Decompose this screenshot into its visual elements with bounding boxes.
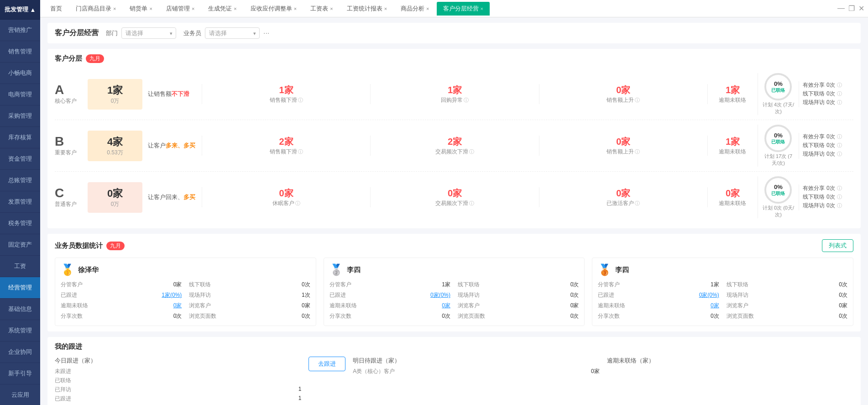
sidebar-collapse-icon[interactable]: ▲ [30, 6, 36, 13]
tab-工资表[interactable]: 工资表× [304, 2, 339, 16]
window-restore-icon[interactable]: ❐ [848, 4, 855, 13]
tier-count-block[interactable]: 4家0.53万 [88, 131, 142, 161]
stat-info-icon[interactable]: ⓘ [298, 148, 303, 155]
tab-close-icon[interactable]: × [294, 6, 297, 11]
sidebar-item-营销推广[interactable]: 营销推广 [0, 20, 40, 41]
tier-row-B: B重要客户4家0.53万让客户多来、多买2家销售额下滑 ⓘ2家交易频次下滑 ⓘ0… [55, 120, 853, 172]
main-area: 首页门店商品目录×销货单×店铺管理×生成凭证×应收应付调整单×工资表×工资统计报… [40, 0, 868, 405]
tier-stat[interactable]: 2家销售额下滑 ⓘ [202, 136, 370, 156]
tab-close-icon[interactable]: × [192, 6, 194, 11]
window-minimize-icon[interactable]: — [837, 4, 845, 13]
tab-店铺管理[interactable]: 店铺管理× [160, 2, 201, 16]
right-stat-info-icon[interactable]: ⓘ [837, 194, 842, 200]
tab-商品分析[interactable]: 商品分析× [394, 2, 435, 16]
right-stat-info-icon[interactable]: ⓘ [837, 185, 842, 192]
staff-stat-value[interactable]: 0家 [711, 302, 719, 310]
staff-stat-row: 已跟进 1家(0%) [61, 291, 182, 299]
tier-count-sub: 0万 [95, 97, 135, 105]
staff-stat-row: 分管客户 1家 [598, 281, 719, 289]
tab-工资统计报表[interactable]: 工资统计报表× [340, 2, 393, 16]
sidebar-item-经营管理[interactable]: 经营管理 [0, 277, 40, 299]
tier-stat[interactable]: 0家休眠客户 ⓘ [202, 187, 370, 207]
staff-stat-value[interactable]: 0家(0%) [430, 291, 450, 299]
tier-stat[interactable]: 0家交易频次下滑 ⓘ [370, 187, 539, 207]
staff-name: 徐泽华 [78, 266, 99, 274]
tab-close-icon[interactable]: × [149, 6, 152, 11]
tab-bar: 首页门店商品目录×销货单×店铺管理×生成凭证×应收应付调整单×工资表×工资统计报… [40, 0, 868, 17]
window-close-icon[interactable]: ✕ [858, 4, 864, 13]
sidebar-item-系统管理[interactable]: 系统管理 [0, 320, 40, 342]
sidebar-item-税务管理[interactable]: 税务管理 [0, 213, 40, 234]
tab-close-icon[interactable]: × [481, 6, 483, 11]
sidebar-item-固定资产[interactable]: 固定资产 [0, 234, 40, 256]
tier-stat-num: 2家 [279, 136, 293, 148]
tab-close-icon[interactable]: × [330, 6, 333, 11]
right-stat-info-icon[interactable]: ⓘ [837, 82, 842, 89]
sidebar-item-采购管理[interactable]: 采购管理 [0, 105, 40, 127]
staff-select[interactable]: 请选择 [205, 27, 260, 39]
sidebar-item-资金管理[interactable]: 资金管理 [0, 148, 40, 170]
staff-stat-value: 0家 [570, 302, 579, 310]
tier-stat[interactable]: 0家已激活客户 ⓘ [539, 187, 707, 207]
tab-首页[interactable]: 首页 [44, 2, 68, 16]
stat-info-icon[interactable]: ⓘ [635, 97, 640, 104]
sidebar-item-电商管理[interactable]: 电商管理 [0, 84, 40, 105]
right-stat-info-icon[interactable]: ⓘ [837, 151, 842, 158]
tier-stat[interactable]: 1家回购异常 ⓘ [370, 84, 539, 104]
tier-contact[interactable]: 1家逾期未联络 [707, 84, 758, 104]
right-stat-info-icon[interactable]: ⓘ [837, 142, 842, 149]
sidebar-item-新手引导[interactable]: 新手引导 [0, 363, 40, 384]
tomorrow-val: 0家 [591, 368, 600, 375]
sidebar-item-发票管理[interactable]: 发票管理 [0, 191, 40, 213]
sidebar-item-云应用[interactable]: 云应用 [0, 384, 40, 405]
tier-count-block[interactable]: 1家0万 [88, 79, 142, 110]
sidebar-header[interactable]: 批发管理 ▲ [0, 0, 40, 20]
stat-info-icon[interactable]: ⓘ [464, 97, 469, 104]
tab-生成凭证[interactable]: 生成凭证× [202, 2, 243, 16]
more-filters-icon[interactable]: ··· [263, 29, 269, 37]
staff-stat-value[interactable]: 0家 [442, 302, 450, 310]
tab-close-icon[interactable]: × [426, 6, 429, 11]
stat-info-icon[interactable]: ⓘ [469, 200, 474, 207]
staff-stat-row: 线下联络 0次 [189, 281, 310, 289]
stat-info-icon[interactable]: ⓘ [298, 97, 303, 104]
fl3: 已拜访 [55, 386, 71, 394]
right-stat-info-icon[interactable]: ⓘ [837, 133, 842, 140]
right-stat-info-icon[interactable]: ⓘ [837, 90, 842, 97]
staff-stat-label: 浏览客户 [189, 302, 211, 310]
stat-info-icon[interactable]: ⓘ [469, 148, 474, 155]
go-followup-button[interactable]: 去跟进 [309, 357, 345, 371]
stat-info-icon[interactable]: ⓘ [635, 148, 640, 155]
tab-销货单[interactable]: 销货单× [123, 2, 158, 16]
staff-stat-value[interactable]: 1家(0%) [162, 291, 182, 299]
sidebar-item-工资[interactable]: 工资 [0, 256, 40, 277]
staff-stat-value[interactable]: 0家(0%) [699, 291, 719, 299]
right-stat-info-icon[interactable]: ⓘ [837, 202, 842, 209]
sidebar-item-企业协同[interactable]: 企业协同 [0, 342, 40, 363]
tab-close-icon[interactable]: × [234, 6, 236, 11]
tab-应收应付调整单[interactable]: 应收应付调整单× [244, 2, 303, 16]
tier-contact[interactable]: 1家逾期未联络 [707, 136, 758, 156]
tier-count-block[interactable]: 0家0万 [88, 182, 142, 213]
tier-stat[interactable]: 0家销售额上升 ⓘ [539, 136, 707, 156]
dept-select[interactable]: 请选择 [121, 27, 176, 39]
sidebar-item-库存核算[interactable]: 库存核算 [0, 127, 40, 148]
tab-close-icon[interactable]: × [113, 6, 116, 11]
sidebar-item-基础信息[interactable]: 基础信息 [0, 299, 40, 320]
stat-info-icon[interactable]: ⓘ [295, 200, 300, 207]
tab-close-icon[interactable]: × [384, 6, 387, 11]
right-stat-info-icon[interactable]: ⓘ [837, 99, 842, 106]
tier-stat[interactable]: 0家销售额上升 ⓘ [539, 84, 707, 104]
tier-contact[interactable]: 0家逾期未联络 [707, 187, 758, 207]
list-view-button[interactable]: 列表式 [822, 239, 853, 252]
tab-客户分层经营[interactable]: 客户分层经营× [437, 2, 490, 16]
tab-门店商品目录[interactable]: 门店商品目录× [69, 2, 122, 16]
sidebar-item-销售管理[interactable]: 销售管理 [0, 41, 40, 63]
staff-stat-label: 分享次数 [598, 312, 620, 320]
tier-stat[interactable]: 2家交易频次下滑 ⓘ [370, 136, 539, 156]
sidebar-item-总账管理[interactable]: 总账管理 [0, 170, 40, 191]
stat-info-icon[interactable]: ⓘ [635, 200, 640, 207]
sidebar-item-小畅电商[interactable]: 小畅电商 [0, 63, 40, 84]
staff-stat-value[interactable]: 0家 [173, 302, 182, 310]
tier-stat[interactable]: 1家销售额下滑 ⓘ [202, 84, 370, 104]
